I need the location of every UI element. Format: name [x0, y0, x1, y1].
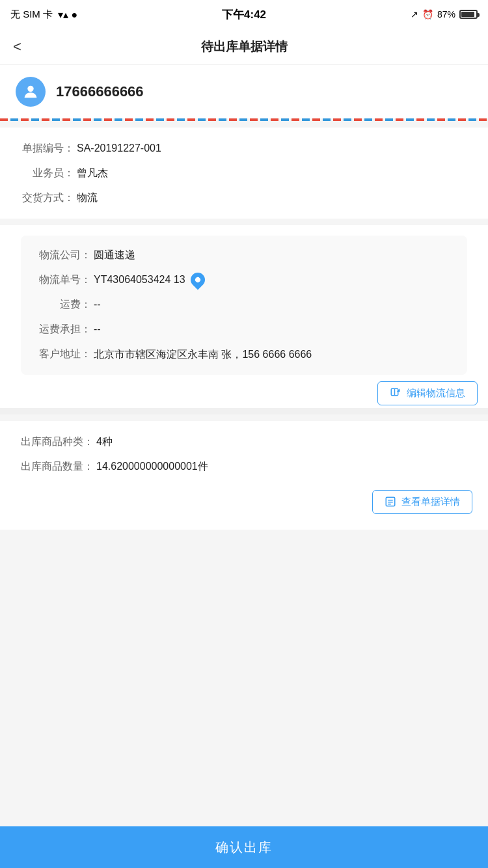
logistics-card: 物流公司： 圆通速递 物流单号： YT43064053424 13 运费： --… [21, 236, 467, 375]
svg-point-0 [27, 86, 33, 92]
document-number-row: 单据编号： SA-20191227-001 [16, 141, 472, 156]
alarm-icon: ⏰ [422, 9, 433, 20]
freight-value: -- [94, 297, 455, 312]
freight-bearer-value: -- [94, 321, 455, 337]
document-number-value: SA-20191227-001 [77, 141, 472, 156]
battery-icon [459, 10, 478, 19]
section-divider-1 [0, 408, 488, 414]
status-time: 下午4:42 [222, 7, 266, 22]
outbound-quantity-value: 14.620000000000001件 [96, 459, 472, 474]
edit-logistics-button[interactable]: 编辑物流信息 [377, 381, 478, 405]
status-right: ↗ ⏰ 87% [411, 9, 478, 20]
bottom-spacer [0, 536, 488, 653]
dashed-divider [0, 118, 488, 121]
back-button[interactable]: < [13, 36, 27, 58]
sales-person-row: 业务员： 曾凡杰 [16, 165, 472, 181]
outbound-category-value: 4种 [96, 434, 472, 450]
location-icon[interactable] [187, 269, 208, 290]
logistics-outer: 物流公司： 圆通速递 物流单号： YT43064053424 13 运费： --… [0, 225, 488, 408]
nav-bar: < 待出库单据详情 [0, 29, 488, 65]
customer-header: 17666666666 [0, 65, 488, 118]
document-number-label: 单据编号： [16, 141, 74, 156]
edit-logistics-area: 编辑物流信息 [10, 375, 478, 408]
view-detail-area: 查看单据详情 [16, 483, 472, 517]
battery-label: 87% [437, 9, 455, 20]
logistics-company-row: 物流公司： 圆通速递 [33, 247, 455, 263]
customer-address-row: 客户地址： 北京市市辖区海淀区永丰南 张，156 6666 6666 [33, 346, 455, 363]
delivery-method-row: 交货方式： 物流 [16, 190, 472, 206]
delivery-method-value: 物流 [77, 190, 472, 206]
tracking-value-text: YT43064053424 13 [94, 272, 185, 288]
sales-person-value: 曾凡杰 [77, 165, 472, 181]
user-avatar-icon [21, 83, 40, 101]
view-detail-label: 查看单据详情 [401, 496, 460, 508]
logistics-company-label: 物流公司： [33, 247, 91, 263]
wifi-icon: ▾▴ ● [58, 8, 77, 21]
edit-logistics-label: 编辑物流信息 [407, 387, 465, 400]
freight-row: 运费： -- [33, 297, 455, 312]
customer-address-label: 客户地址： [33, 346, 91, 362]
freight-bearer-label: 运费承担： [33, 321, 91, 337]
logistics-company-value: 圆通速递 [94, 247, 455, 263]
outbound-category-row: 出库商品种类： 4种 [16, 434, 472, 450]
edit-icon [390, 387, 401, 399]
outbound-category-label: 出库商品种类： [16, 434, 94, 450]
freight-label: 运费： [33, 297, 91, 312]
customer-phone: 17666666666 [56, 83, 144, 100]
carrier-label: 无 SIM 卡 [10, 8, 53, 21]
status-bar: 无 SIM 卡 ▾▴ ● 下午4:42 ↗ ⏰ 87% [0, 0, 488, 29]
location-status-icon: ↗ [411, 9, 418, 20]
customer-address-value: 北京市市辖区海淀区永丰南 张，156 6666 6666 [94, 346, 455, 363]
avatar [16, 77, 46, 107]
status-left: 无 SIM 卡 ▾▴ ● [10, 8, 77, 21]
outbound-section: 出库商品种类： 4种 出库商品数量： 14.620000000000001件 查… [0, 421, 488, 530]
tracking-number-value: YT43064053424 13 [94, 272, 455, 288]
outbound-quantity-label: 出库商品数量： [16, 459, 94, 474]
confirm-outbound-label: 确认出库 [215, 839, 273, 856]
page-title: 待出库单据详情 [201, 38, 288, 55]
tracking-number-label: 物流单号： [33, 272, 91, 288]
freight-bearer-row: 运费承担： -- [33, 321, 455, 337]
sales-person-label: 业务员： [16, 165, 74, 181]
view-detail-button[interactable]: 查看单据详情 [372, 490, 472, 514]
outbound-quantity-row: 出库商品数量： 14.620000000000001件 [16, 459, 472, 474]
delivery-method-label: 交货方式： [16, 190, 74, 206]
basic-info-section: 单据编号： SA-20191227-001 业务员： 曾凡杰 交货方式： 物流 [0, 128, 488, 219]
list-icon [385, 496, 396, 508]
tracking-number-row: 物流单号： YT43064053424 13 [33, 272, 455, 288]
confirm-outbound-button[interactable]: 确认出库 [0, 826, 488, 868]
